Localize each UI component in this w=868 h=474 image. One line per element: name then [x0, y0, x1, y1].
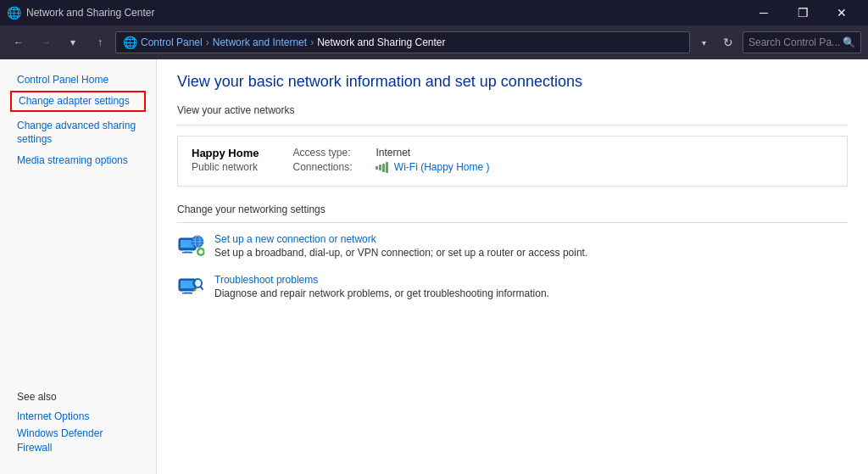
- network-name: Happy Home: [192, 147, 259, 159]
- svg-rect-3: [182, 252, 192, 254]
- troubleshoot-link[interactable]: Troubleshoot problems: [214, 274, 549, 286]
- wifi-signal-icon: [376, 162, 388, 173]
- minimize-button[interactable]: ─: [744, 0, 783, 25]
- up-button[interactable]: ↑: [88, 31, 112, 54]
- setting-item-troubleshoot: Troubleshoot problems Diagnose and repai…: [177, 274, 848, 301]
- search-icon: 🔍: [843, 36, 855, 48]
- svg-rect-11: [199, 251, 203, 254]
- connections-label: Connections:: [292, 161, 369, 173]
- sidebar-item-control-panel-home[interactable]: Control Panel Home: [0, 70, 156, 91]
- networking-settings-label: Change your networking settings: [177, 204, 848, 215]
- access-type-row: Access type: Internet: [292, 147, 489, 159]
- breadcrumb-control-panel[interactable]: Control Panel: [141, 36, 203, 48]
- connections-row: Connections: Wi-Fi (Happy Home ): [292, 161, 489, 173]
- sidebar-item-media-streaming[interactable]: Media streaming options: [0, 150, 156, 171]
- setting-item-new-connection: Set up a new connection or network Set u…: [177, 233, 848, 260]
- content-area: View your basic network information and …: [157, 59, 868, 474]
- refresh-button[interactable]: ↻: [717, 31, 739, 53]
- svg-rect-13: [181, 281, 194, 288]
- navigation-bar: ← → ▾ ↑ 🌐 Control Panel › Network and In…: [0, 25, 868, 59]
- address-bar-icon: 🌐: [123, 36, 137, 49]
- svg-line-18: [201, 287, 203, 289]
- troubleshoot-text: Troubleshoot problems Diagnose and repai…: [214, 274, 549, 299]
- internet-options-link[interactable]: Internet Options: [17, 408, 139, 426]
- network-details-right: Access type: Internet Connections: Wi-Fi: [292, 147, 489, 176]
- access-type-label: Access type:: [292, 147, 369, 159]
- section-divider-2: [177, 222, 848, 223]
- svg-point-17: [195, 281, 200, 286]
- wifi-connection-link[interactable]: Wi-Fi (Happy Home ): [394, 161, 490, 173]
- troubleshoot-icon: [177, 274, 204, 301]
- svg-rect-2: [184, 250, 191, 252]
- see-also-section: See also Internet Options Windows Defend…: [0, 381, 156, 464]
- forward-button[interactable]: →: [34, 31, 58, 54]
- windows-defender-link[interactable]: Windows Defender Firewall: [17, 425, 139, 457]
- network-card: Happy Home Public network Access type: I…: [177, 136, 848, 187]
- main-wrapper: Control Panel Home Change adapter settin…: [0, 59, 868, 474]
- new-connection-desc: Set up a broadband, dial-up, or VPN conn…: [214, 247, 587, 259]
- search-input[interactable]: [748, 36, 839, 48]
- sidebar-item-change-adapter-settings[interactable]: Change adapter settings: [10, 91, 146, 112]
- close-button[interactable]: ✕: [822, 0, 861, 25]
- see-also-title: See also: [17, 391, 139, 403]
- section-divider-1: [177, 125, 848, 125]
- troubleshoot-desc: Diagnose and repair network problems, or…: [214, 287, 549, 299]
- sidebar: Control Panel Home Change adapter settin…: [0, 59, 157, 474]
- networking-settings-section: Change your networking settings: [177, 204, 848, 301]
- active-networks-label: View your active networks: [177, 104, 848, 116]
- address-dropdown-button[interactable]: ▾: [693, 31, 714, 53]
- search-box: 🔍: [743, 31, 861, 53]
- window-title: Network and Sharing Center: [26, 7, 739, 19]
- network-info-left: Happy Home Public network: [192, 147, 259, 173]
- network-type: Public network: [192, 161, 259, 173]
- window-controls: ─ ❒ ✕: [744, 0, 861, 25]
- restore-button[interactable]: ❒: [783, 0, 822, 25]
- breadcrumb-network-internet[interactable]: Network and Internet: [213, 36, 307, 48]
- sidebar-item-change-advanced-sharing[interactable]: Change advanced sharingsettings: [0, 115, 156, 151]
- connections-value: Wi-Fi (Happy Home ): [376, 161, 489, 173]
- back-button[interactable]: ←: [7, 31, 31, 54]
- new-connection-text: Set up a new connection or network Set u…: [214, 233, 587, 259]
- page-title: View your basic network information and …: [177, 73, 848, 91]
- svg-rect-15: [182, 293, 192, 294]
- title-bar: 🌐 Network and Sharing Center ─ ❒ ✕: [0, 0, 868, 25]
- access-type-value: Internet: [376, 147, 410, 159]
- history-dropdown-button[interactable]: ▾: [61, 31, 85, 54]
- app-icon: 🌐: [7, 6, 21, 20]
- svg-rect-14: [184, 291, 191, 293]
- new-connection-link[interactable]: Set up a new connection or network: [214, 233, 587, 245]
- address-bar[interactable]: 🌐 Control Panel › Network and Internet ›…: [115, 31, 690, 53]
- new-connection-icon: [177, 233, 204, 260]
- breadcrumb-current: Network and Sharing Center: [317, 36, 445, 48]
